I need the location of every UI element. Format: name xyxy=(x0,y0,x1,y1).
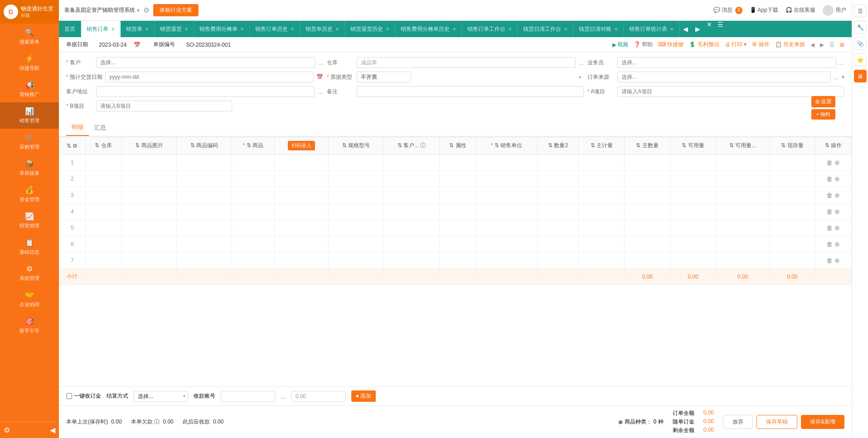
tab-close-all-icon[interactable]: ✕ xyxy=(704,21,715,37)
tab-销货单[interactable]: 销货单✕ xyxy=(121,21,155,37)
calendar-icon[interactable]: 📅 xyxy=(134,42,141,48)
tab-close-icon[interactable]: ✕ xyxy=(335,27,339,32)
right-panel-btn-1[interactable]: 🔧 xyxy=(854,21,867,34)
tab-销售费用分摊单历史[interactable]: 销售费用分摊单历史✕ xyxy=(395,21,462,37)
layout-list-icon[interactable]: ☰ xyxy=(829,42,834,48)
address-more-btn[interactable]: ... xyxy=(318,88,323,95)
dropdown-icon[interactable]: ▾ xyxy=(137,7,140,14)
sidebar-item-基础信息[interactable]: 📋基础信息 xyxy=(0,234,59,260)
delete-btn[interactable]: 🗑 xyxy=(826,192,833,199)
warehouse-input[interactable] xyxy=(357,57,576,68)
sidebar-item-资金管理[interactable]: 💰资金管理 xyxy=(0,181,59,207)
date-picker-icon[interactable]: 📅 xyxy=(316,74,323,80)
delivery-date-input[interactable] xyxy=(105,72,314,82)
profit-btn[interactable]: 💲 毛利预估 xyxy=(689,41,719,48)
address-input[interactable] xyxy=(96,86,315,97)
tab-close-icon[interactable]: ✕ xyxy=(614,27,618,32)
delete-btn[interactable]: 🗑 xyxy=(826,241,833,248)
right-panel-btn-3[interactable]: ⭐ xyxy=(854,53,867,66)
tab-close-icon[interactable]: ✕ xyxy=(386,27,389,32)
app-download-btn[interactable]: 📱 App下载 xyxy=(750,6,778,14)
copy-row-btn[interactable]: ⊕ xyxy=(834,241,840,248)
discard-button[interactable]: 放弃 xyxy=(723,415,753,429)
settings-topbar-icon[interactable]: ⚙ xyxy=(143,6,150,14)
solution-button[interactable]: 体验行业方案 xyxy=(153,4,199,16)
delete-btn[interactable]: 🗑 xyxy=(826,257,833,264)
order-source-more-btn[interactable]: ... xyxy=(834,73,839,81)
b-project-input[interactable] xyxy=(96,101,232,111)
amount-input[interactable] xyxy=(291,391,346,402)
tab-close-icon[interactable]: ✕ xyxy=(508,27,512,32)
order-source-dropdown-icon[interactable]: ▾ xyxy=(842,74,844,80)
tab-销售订单工作台[interactable]: 销售订单工作台✕ xyxy=(462,21,518,37)
tab-close-icon[interactable]: ✕ xyxy=(670,27,674,32)
add-material-btn[interactable]: + 物料 xyxy=(811,109,835,120)
sidebar-item-系统管理[interactable]: ⚙系统管理 xyxy=(0,260,59,286)
tab-销货单历史[interactable]: 销货单历史✕ xyxy=(300,21,345,37)
customer-more-btn[interactable]: ... xyxy=(318,59,323,66)
invoice-type-select[interactable]: 不开票 增值税普票 增值税专票 xyxy=(357,72,411,82)
history-btn[interactable]: 📋 历史单据 xyxy=(775,41,805,48)
warehouse-more-btn[interactable]: ... xyxy=(578,59,584,66)
copy-row-btn[interactable]: ⊕ xyxy=(834,192,840,199)
tab-prev-btn[interactable]: ◀ xyxy=(679,21,692,37)
settings-icon[interactable]: ⚙ xyxy=(4,426,10,434)
tab-menu-icon[interactable]: ☰ xyxy=(715,21,726,37)
tab-close-icon[interactable]: ✕ xyxy=(564,27,567,32)
tab-close-icon[interactable]: ✕ xyxy=(291,27,294,32)
delete-btn[interactable]: 🗑 xyxy=(826,159,833,166)
tab-首页[interactable]: 首页 xyxy=(59,21,81,37)
delete-btn[interactable]: 🗑 xyxy=(826,208,833,215)
tab-销货退货[interactable]: 销货退货✕ xyxy=(155,21,194,37)
scan-btn[interactable]: 扫码录入 xyxy=(288,141,315,150)
customer-input[interactable] xyxy=(96,57,315,68)
delete-btn[interactable]: 🗑 xyxy=(826,175,833,183)
tab-销货退货历史[interactable]: 销货退货历史✕ xyxy=(345,21,395,37)
sidebar-item-营销推广[interactable]: 📢营销推广 xyxy=(0,76,59,102)
shortcut-btn[interactable]: ⌨ 快捷键 xyxy=(658,41,684,48)
a-project-input[interactable] xyxy=(617,86,844,97)
copy-row-btn[interactable]: ⊕ xyxy=(834,257,840,264)
remark-input[interactable] xyxy=(357,86,584,97)
tab-销售订单[interactable]: 销售订单✕ xyxy=(81,21,121,37)
sidebar-item-快捷导航[interactable]: ⚡快捷导航 xyxy=(0,50,59,76)
copy-row-btn[interactable]: ⊕ xyxy=(834,224,840,231)
layout-card-icon[interactable]: ⊞ xyxy=(840,42,844,48)
tab-close-icon[interactable]: ✕ xyxy=(452,27,456,32)
detail-tab-明细[interactable]: 明细 xyxy=(66,120,89,136)
tab-close-icon[interactable]: ✕ xyxy=(240,27,244,32)
copy-row-btn[interactable]: ⊕ xyxy=(834,175,840,183)
sidebar-item-销售管理[interactable]: 📊销售管理 xyxy=(0,102,59,129)
copy-row-btn[interactable]: ⊕ xyxy=(834,159,840,166)
right-panel-btn-4[interactable]: 🖥 xyxy=(854,70,867,82)
sidebar-item-新手引导[interactable]: 🎯新手引导 xyxy=(0,313,59,339)
tab-close-icon[interactable]: ✕ xyxy=(184,27,188,32)
order-source-input[interactable] xyxy=(617,72,831,82)
detail-tab-汇总[interactable]: 汇总 xyxy=(89,120,112,135)
user-avatar[interactable]: 用户 xyxy=(823,5,846,16)
settle-method-select[interactable]: 选择... xyxy=(134,391,188,402)
tab-钱货日清对账[interactable]: 钱货日清对账✕ xyxy=(573,21,624,37)
salesperson-more-btn[interactable]: ... xyxy=(839,59,844,66)
right-panel-btn-0[interactable]: ☰ xyxy=(854,5,867,17)
copy-row-btn[interactable]: ⊕ xyxy=(834,208,840,215)
salesperson-input[interactable] xyxy=(617,57,836,68)
help-btn[interactable]: ❓ 帮助 xyxy=(634,41,653,48)
tab-销售费用分摊单[interactable]: 销售费用分摊单✕ xyxy=(194,21,250,37)
draft-button[interactable]: 保存草稿 xyxy=(756,415,797,429)
save-button[interactable]: 保存&新增 xyxy=(801,415,844,429)
right-panel-btn-2[interactable]: 📎 xyxy=(854,37,867,50)
quick-settle-checkbox[interactable] xyxy=(66,393,72,399)
sidebar-item-库存核算[interactable]: 📦库存核算 xyxy=(0,155,59,181)
online-support-btn[interactable]: 🎧 在线客服 xyxy=(786,6,815,14)
tab-销售订单统计表[interactable]: 销售订单统计表✕ xyxy=(624,21,679,37)
tab-销售订单历史[interactable]: 销售订单历史✕ xyxy=(250,21,300,37)
tab-close-icon[interactable]: ✕ xyxy=(145,27,149,32)
settings-btn[interactable]: ⚙ 设置 xyxy=(811,96,835,107)
view-video-btn[interactable]: ▶ 视频 xyxy=(612,41,628,48)
delete-btn[interactable]: 🗑 xyxy=(826,224,833,231)
print-btn[interactable]: 🖨 打印 ▾ xyxy=(725,41,747,48)
tab-close-icon[interactable]: ✕ xyxy=(111,27,115,32)
tab-钱货日清工作台[interactable]: 钱货日清工作台✕ xyxy=(518,21,573,37)
nav-prev-icon[interactable]: ◀ xyxy=(810,42,815,48)
